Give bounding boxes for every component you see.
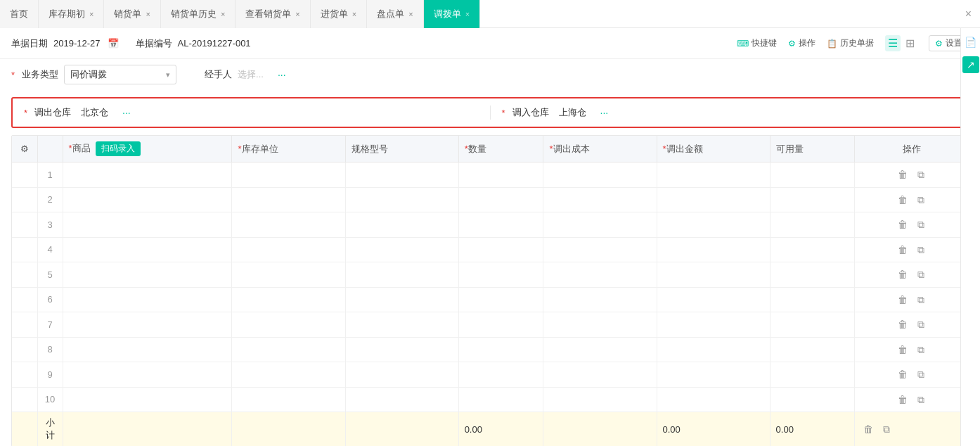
row-unit-cell[interactable]	[232, 387, 345, 412]
close-all-button[interactable]: ×	[957, 8, 980, 20]
row-spec-cell[interactable]	[345, 287, 458, 312]
row-copy-icon[interactable]: ⧉	[913, 392, 929, 407]
out-warehouse-more-btn[interactable]: ···	[122, 107, 131, 118]
row-cost-cell[interactable]	[543, 362, 657, 388]
row-cost-cell[interactable]	[543, 262, 657, 288]
row-unit-cell[interactable]	[232, 237, 345, 262]
tab-close-icon[interactable]: ×	[89, 10, 94, 18]
tab-view-sales[interactable]: 查看销货单 ×	[236, 0, 310, 28]
row-copy-icon[interactable]: ⧉	[913, 317, 929, 333]
tab-close-icon[interactable]: ×	[221, 10, 225, 18]
row-cost-cell[interactable]	[543, 187, 657, 212]
tab-close-icon[interactable]: ×	[295, 10, 299, 18]
row-product-cell[interactable]	[63, 312, 232, 338]
row-delete-icon[interactable]: 🗑	[895, 242, 910, 257]
handler-select[interactable]: 选择...	[238, 68, 264, 81]
calendar-icon[interactable]: 📅	[108, 38, 119, 49]
history-button[interactable]: 📋 历史单据	[827, 37, 874, 49]
row-copy-icon[interactable]: ⧉	[913, 167, 929, 183]
subtotal-delete-icon[interactable]: 🗑	[860, 421, 876, 437]
row-unit-cell[interactable]	[232, 287, 345, 312]
row-qty-cell[interactable]	[458, 312, 543, 338]
row-delete-icon[interactable]: 🗑	[895, 342, 910, 357]
scan-button[interactable]: 扫码录入	[96, 141, 141, 156]
tab-home[interactable]: 首页	[0, 0, 39, 28]
row-amount-cell[interactable]	[657, 362, 770, 388]
row-product-cell[interactable]	[63, 262, 232, 288]
tab-close-icon[interactable]: ×	[408, 10, 413, 18]
row-amount-cell[interactable]	[657, 287, 770, 312]
row-spec-cell[interactable]	[345, 262, 458, 288]
row-amount-cell[interactable]	[657, 237, 770, 262]
row-delete-icon[interactable]: 🗑	[895, 292, 910, 307]
shortcut-button[interactable]: ⌨ 快捷键	[737, 37, 777, 49]
row-spec-cell[interactable]	[345, 163, 458, 188]
row-qty-cell[interactable]	[458, 163, 543, 188]
row-spec-cell[interactable]	[345, 237, 458, 262]
row-unit-cell[interactable]	[232, 262, 345, 288]
row-spec-cell[interactable]	[345, 387, 458, 412]
row-unit-cell[interactable]	[232, 362, 345, 388]
row-product-cell[interactable]	[63, 287, 232, 312]
tab-close-icon[interactable]: ×	[465, 10, 470, 18]
row-delete-icon[interactable]: 🗑	[895, 192, 910, 208]
tab-purchase[interactable]: 进货单 ×	[311, 0, 367, 28]
row-spec-cell[interactable]	[345, 187, 458, 212]
row-copy-icon[interactable]: ⧉	[913, 292, 929, 307]
row-amount-cell[interactable]	[657, 387, 770, 412]
row-product-cell[interactable]	[63, 387, 232, 412]
ops-button[interactable]: ⚙ 操作	[788, 37, 815, 49]
row-amount-cell[interactable]	[657, 163, 770, 188]
row-qty-cell[interactable]	[458, 362, 543, 388]
row-qty-cell[interactable]	[458, 237, 543, 262]
tab-close-icon[interactable]: ×	[352, 10, 356, 18]
row-unit-cell[interactable]	[232, 212, 345, 238]
row-amount-cell[interactable]	[657, 262, 770, 288]
row-qty-cell[interactable]	[458, 212, 543, 238]
row-qty-cell[interactable]	[458, 387, 543, 412]
row-unit-cell[interactable]	[232, 187, 345, 212]
row-delete-icon[interactable]: 🗑	[895, 167, 910, 182]
row-copy-icon[interactable]: ⧉	[913, 367, 929, 383]
row-product-cell[interactable]	[63, 187, 232, 212]
row-unit-cell[interactable]	[232, 312, 345, 338]
row-delete-icon[interactable]: 🗑	[895, 367, 910, 382]
row-unit-cell[interactable]	[232, 337, 345, 362]
row-cost-cell[interactable]	[543, 287, 657, 312]
row-delete-icon[interactable]: 🗑	[895, 217, 910, 232]
row-product-cell[interactable]	[63, 362, 232, 388]
tab-sales[interactable]: 销货单 ×	[104, 0, 160, 28]
row-product-cell[interactable]	[63, 237, 232, 262]
row-spec-cell[interactable]	[345, 337, 458, 362]
row-amount-cell[interactable]	[657, 337, 770, 362]
row-qty-cell[interactable]	[458, 337, 543, 362]
row-cost-cell[interactable]	[543, 312, 657, 338]
row-product-cell[interactable]	[63, 337, 232, 362]
row-cost-cell[interactable]	[543, 212, 657, 238]
sidebar-expand-icon[interactable]: ↗	[962, 56, 979, 73]
tab-transfer[interactable]: 调拨单 ×	[424, 0, 480, 28]
business-type-select[interactable]: 同价调拨 ▾	[64, 65, 176, 84]
in-warehouse-more-btn[interactable]: ···	[600, 107, 609, 118]
row-copy-icon[interactable]: ⧉	[913, 342, 929, 357]
grid-view-icon[interactable]: ⊞	[903, 35, 917, 51]
row-cost-cell[interactable]	[543, 237, 657, 262]
row-amount-cell[interactable]	[657, 312, 770, 338]
tab-close-icon[interactable]: ×	[146, 10, 150, 18]
handler-more-btn[interactable]: ···	[278, 69, 286, 80]
tab-inventory[interactable]: 盘点单 ×	[367, 0, 423, 28]
row-copy-icon[interactable]: ⧉	[913, 192, 929, 208]
row-copy-icon[interactable]: ⧉	[913, 242, 929, 257]
row-cost-cell[interactable]	[543, 337, 657, 362]
row-spec-cell[interactable]	[345, 212, 458, 238]
row-qty-cell[interactable]	[458, 287, 543, 312]
list-view-icon[interactable]: ☰	[885, 35, 901, 51]
th-settings[interactable]: ⚙	[12, 136, 37, 163]
row-qty-cell[interactable]	[458, 187, 543, 212]
row-cost-cell[interactable]	[543, 387, 657, 412]
row-spec-cell[interactable]	[345, 362, 458, 388]
row-product-cell[interactable]	[63, 212, 232, 238]
row-delete-icon[interactable]: 🗑	[895, 392, 910, 407]
row-delete-icon[interactable]: 🗑	[895, 317, 910, 332]
row-product-cell[interactable]	[63, 163, 232, 188]
